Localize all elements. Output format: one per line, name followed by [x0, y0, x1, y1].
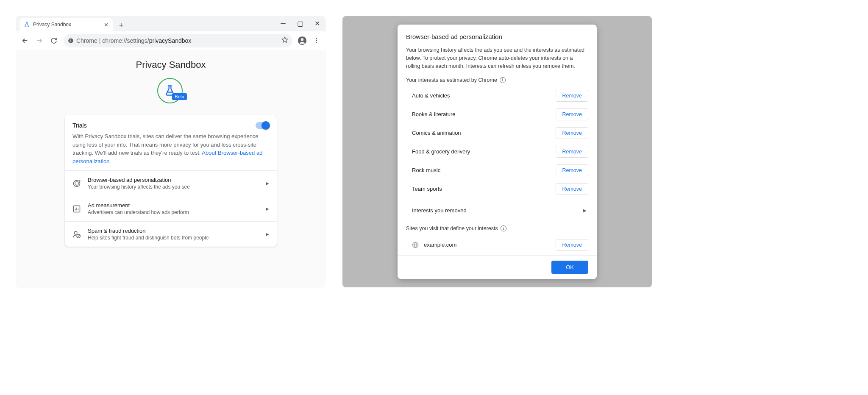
target-icon	[72, 179, 81, 188]
ad-personalization-dialog: Browser-based ad personalization Your br…	[398, 25, 597, 278]
row-subtitle: Your browsing history affects the ads yo…	[88, 184, 259, 190]
row-subtitle: Advertisers can understand how ads perfo…	[88, 209, 259, 215]
remove-button[interactable]: Remove	[556, 90, 588, 102]
row-subtitle: Help sites fight fraud and distinguish b…	[88, 235, 259, 241]
svg-rect-1	[70, 40, 71, 42]
remove-button[interactable]: Remove	[556, 108, 588, 120]
minimize-icon[interactable]: ─	[277, 19, 289, 28]
page-content: Privacy Sandbox Beta Trials With Privacy…	[16, 50, 326, 287]
interest-name: Books & literature	[412, 111, 456, 117]
remove-button[interactable]: Remove	[556, 183, 588, 195]
row-ad-measurement[interactable]: Ad measurement Advertisers can understan…	[65, 196, 277, 221]
globe-icon	[412, 242, 419, 248]
maximize-icon[interactable]: ▢	[294, 19, 306, 28]
svg-point-2	[70, 39, 71, 40]
interest-name: Comics & animation	[412, 130, 461, 136]
interest-row: Books & literatureRemove	[406, 105, 588, 124]
bookmark-icon[interactable]	[281, 36, 288, 45]
back-button[interactable]	[19, 34, 31, 47]
info-icon	[68, 38, 74, 44]
chevron-right-icon: ▶	[266, 232, 269, 236]
sites-section-label: Sites you visit that define your interes…	[406, 225, 588, 231]
interests-removed-row[interactable]: Interests you removed ▶	[406, 201, 588, 220]
beta-tag: Beta	[172, 93, 187, 100]
ok-button[interactable]: OK	[551, 261, 588, 274]
remove-button[interactable]: Remove	[556, 127, 588, 139]
interest-row: Auto & vehiclesRemove	[406, 86, 588, 105]
close-window-icon[interactable]: ✕	[311, 19, 323, 28]
site-name: example.com	[424, 242, 551, 248]
close-icon[interactable]: ✕	[104, 22, 108, 28]
chevron-right-icon: ▶	[583, 208, 587, 213]
info-icon[interactable]: i	[500, 77, 506, 83]
svg-point-7	[316, 42, 317, 43]
toolbar: Chrome | chrome://settings/privacySandbo…	[16, 31, 326, 50]
interest-row: Food & grocery deliveryRemove	[406, 142, 588, 161]
tab-title: Privacy Sandbox	[33, 22, 71, 28]
row-title: Browser-based ad personalization	[88, 177, 259, 183]
browser-tab[interactable]: Privacy Sandbox ✕	[19, 18, 113, 31]
site-row: example.com Remove	[406, 235, 588, 255]
new-tab-button[interactable]: +	[115, 19, 127, 31]
svg-point-6	[316, 40, 317, 42]
dialog-footer: OK	[398, 255, 597, 279]
dialog-description: Your browsing history affects the ads yo…	[406, 46, 588, 70]
sites-list: example.com Remove	[406, 235, 588, 255]
dialog-title: Browser-based ad personalization	[406, 33, 588, 40]
url-text: Chrome | chrome://settings/privacySandbo…	[76, 37, 191, 44]
svg-point-11	[74, 231, 77, 234]
svg-point-5	[316, 38, 317, 39]
chart-icon	[72, 205, 81, 213]
interest-row: Team sportsRemove	[406, 180, 588, 198]
chevron-right-icon: ▶	[266, 181, 269, 186]
row-title: Ad measurement	[88, 202, 259, 209]
interest-name: Team sports	[412, 186, 442, 192]
row-title: Spam & fraud reduction	[88, 228, 259, 234]
interest-name: Rock music	[412, 167, 440, 173]
interest-name: Food & grocery delivery	[412, 148, 470, 155]
flask-icon	[24, 22, 30, 28]
chrome-window-right: Browser-based ad personalization Your br…	[342, 16, 652, 287]
interest-row: Rock musicRemove	[406, 161, 588, 180]
removed-label: Interests you removed	[412, 207, 467, 214]
row-spam-fraud[interactable]: Spam & fraud reduction Help sites fight …	[65, 221, 277, 247]
trials-label: Trials	[72, 122, 87, 129]
forward-button[interactable]	[33, 34, 46, 47]
trials-toggle[interactable]	[256, 122, 269, 129]
beta-logo: Beta	[157, 78, 184, 105]
tab-strip: Privacy Sandbox ✕ + ─ ▢ ✕	[16, 16, 326, 31]
reload-button[interactable]	[47, 34, 60, 47]
menu-icon[interactable]	[310, 34, 323, 47]
trials-description: With Privacy Sandbox trials, sites can d…	[72, 132, 269, 165]
interest-row: Comics & animationRemove	[406, 124, 588, 142]
interests-list: Auto & vehiclesRemoveBooks & literatureR…	[406, 86, 588, 198]
window-controls: ─ ▢ ✕	[277, 19, 323, 28]
page-title: Privacy Sandbox	[136, 59, 206, 70]
info-icon[interactable]: i	[501, 225, 506, 231]
chrome-window-left: Privacy Sandbox ✕ + ─ ▢ ✕ Chrome | chrom…	[16, 16, 326, 287]
profile-icon[interactable]	[296, 34, 309, 47]
svg-point-4	[301, 38, 303, 41]
interests-section-label: Your interests as estimated by Chrome i	[406, 77, 588, 83]
address-bar[interactable]: Chrome | chrome://settings/privacySandbo…	[64, 34, 292, 47]
interest-name: Auto & vehicles	[412, 92, 450, 99]
person-block-icon	[72, 230, 81, 239]
settings-card: Trials With Privacy Sandbox trials, site…	[65, 115, 277, 247]
svg-point-9	[75, 181, 78, 185]
remove-button[interactable]: Remove	[556, 164, 588, 176]
row-ad-personalization[interactable]: Browser-based ad personalization Your br…	[65, 170, 277, 196]
remove-button[interactable]: Remove	[556, 146, 588, 158]
remove-button[interactable]: Remove	[556, 239, 588, 251]
chevron-right-icon: ▶	[266, 206, 269, 211]
